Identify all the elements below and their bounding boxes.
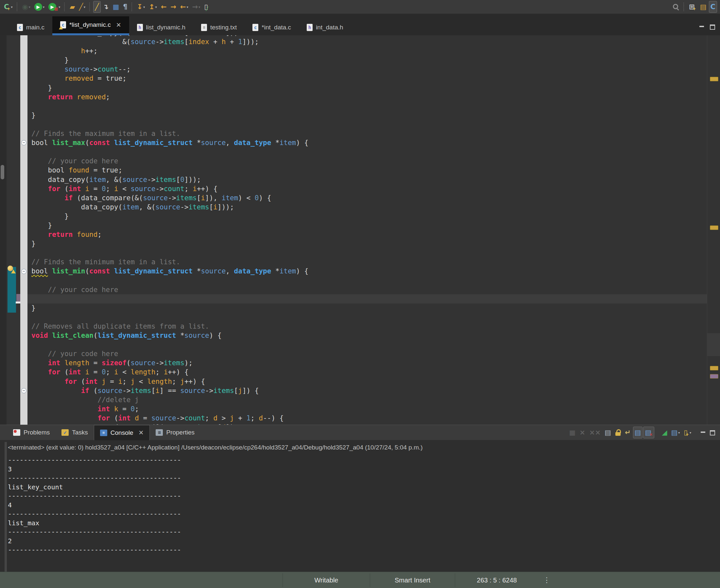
profile-icon[interactable]: ▶▦▾ — [47, 1, 62, 13]
maximize-console-icon[interactable] — [708, 427, 716, 438]
tab-label: main.c — [26, 24, 44, 31]
back-icon[interactable]: ←▾ — [179, 1, 190, 13]
dropdown-arrow-icon[interactable]: ▾ — [11, 5, 13, 9]
clear-console-icon[interactable]: ▤ — [603, 427, 613, 438]
debug-icon: ◉▾ — [21, 1, 32, 13]
console-output[interactable]: ----------------------------------------… — [8, 456, 711, 555]
display-selected-console-icon[interactable]: ▤▾ — [669, 427, 681, 438]
dropdown-arrow-icon[interactable]: ▾ — [84, 5, 85, 9]
code-line: return removed; — [32, 92, 707, 102]
pin-console-icon[interactable]: ◢ — [660, 427, 669, 438]
dropdown-arrow-icon[interactable]: ▾ — [59, 5, 60, 9]
overview-ruler[interactable] — [707, 35, 720, 425]
warning-lightbulb-icon[interactable] — [7, 265, 16, 273]
fold-collapse-icon[interactable]: − — [21, 140, 26, 145]
status-insert-mode[interactable]: Smart Insert — [370, 572, 455, 588]
console-output-line: 4 — [8, 501, 711, 510]
editor-area[interactable]: −−− data_copy(&(source->items[index + h]… — [0, 35, 720, 425]
profile-badge: ▦ — [54, 6, 58, 11]
code-line: int k = 0; — [32, 404, 707, 414]
close-console-tab-icon[interactable]: ✕ — [139, 429, 144, 436]
minimize-console-icon[interactable] — [699, 427, 707, 438]
tab-testing-txt[interactable]: ≡testing.txt — [193, 20, 245, 35]
annotation-ruler[interactable] — [6, 35, 20, 425]
tab-int-data-c[interactable]: c*int_data.c — [245, 20, 299, 35]
open-element-icon[interactable]: ▦ — [111, 1, 121, 13]
dropdown-arrow-icon[interactable]: ▾ — [143, 5, 145, 9]
code-line — [32, 248, 707, 257]
tab-list-dynamic-h[interactable]: hlist_dynamic.h — [129, 20, 193, 35]
forward-icon: →▾ — [191, 1, 202, 13]
tab-list-dynamic-c[interactable]: c*list_dynamic.c✕ — [52, 16, 129, 35]
new-c-project-icon[interactable]: C+▾ — [2, 1, 14, 13]
tab-label: *list_dynamic.c — [69, 21, 111, 28]
tab-int-data-h[interactable]: hint_data.h — [299, 20, 351, 35]
warning-marker[interactable] — [710, 77, 718, 81]
remove-all-terminated-icon: ×× — [587, 427, 602, 438]
console-output-line: list_max — [8, 519, 711, 528]
show-on-stdout-icon[interactable]: ▤ — [633, 427, 643, 438]
toolbar-separator — [17, 3, 18, 11]
status-drag-handle[interactable]: ⋮ — [539, 572, 551, 588]
console-tab-problems[interactable]: Problems — [7, 425, 56, 440]
run-icon[interactable]: ▶▾ — [33, 1, 46, 13]
code-line: bool list_min(const list_dynamic_struct … — [32, 267, 707, 276]
open-console-badge: + — [686, 432, 689, 437]
overview-scroll-thumb[interactable] — [707, 333, 720, 356]
code-line: } — [32, 221, 707, 230]
dropdown-arrow-icon[interactable]: ▾ — [198, 5, 200, 9]
dropdown-arrow-icon[interactable]: ▾ — [689, 431, 691, 435]
resource-perspective-icon[interactable]: ▤ — [698, 1, 708, 13]
last-edit-location-icon[interactable]: ↧▾ — [135, 1, 147, 13]
console-tab-console[interactable]: ≡Console✕ — [94, 425, 150, 440]
search-icon[interactable] — [671, 1, 681, 13]
open-task-icon[interactable]: ▰ — [68, 1, 77, 13]
fold-collapse-icon[interactable]: − — [21, 269, 26, 274]
code-line: for (int d = source->count; d > j + 1; d… — [32, 414, 707, 423]
maximize-editor-icon[interactable] — [709, 24, 715, 29]
open-element-glyph: ▦ — [113, 3, 119, 10]
fold-collapse-icon[interactable]: − — [21, 388, 26, 393]
open-perspective-icon[interactable]: ⊞+ — [687, 1, 698, 13]
folding-ruler[interactable]: −−− — [20, 35, 27, 425]
word-wrap-icon[interactable]: ↵ — [623, 427, 632, 438]
scroll-lock-icon[interactable] — [614, 427, 623, 438]
show-on-stderr-icon[interactable]: ▤× — [643, 427, 654, 438]
dropdown-arrow-icon[interactable]: ▾ — [43, 5, 44, 9]
new-text-file-icon[interactable]: ▯╱ — [202, 1, 210, 13]
editor-tab-bar: cmain.cc*list_dynamic.c✕hlist_dynamic.h≡… — [0, 14, 720, 35]
close-tab-icon[interactable]: ✕ — [116, 21, 121, 29]
dropdown-arrow-icon[interactable]: ▾ — [29, 5, 31, 9]
back-history-icon[interactable]: ← — [159, 1, 168, 13]
dropdown-arrow-icon[interactable]: ▾ — [678, 431, 680, 435]
status-cursor-position[interactable]: 263 : 5 : 6248 — [455, 572, 539, 588]
next-annotation-icon[interactable]: ↴ — [101, 1, 111, 13]
dropdown-arrow-icon[interactable]: ▾ — [187, 5, 188, 9]
t-file-icon: ≡ — [201, 24, 207, 31]
tab-main-c[interactable]: cmain.c — [9, 20, 52, 35]
code-line: void list_clean(list_dynamic_struct *sou… — [32, 331, 707, 340]
minimize-editor-icon[interactable] — [699, 24, 704, 29]
new-text-file-badge: ╱ — [206, 6, 208, 11]
code-line: source->count--; — [32, 65, 707, 74]
dropdown-arrow-icon[interactable]: ▾ — [155, 5, 157, 9]
warning-marker[interactable] — [710, 225, 718, 230]
forward-history-icon[interactable]: → — [169, 1, 178, 13]
console-tab-tasks[interactable]: ✓Tasks — [56, 425, 94, 440]
open-console-icon[interactable]: ▯+▾ — [682, 427, 693, 438]
mark-occurrences-icon[interactable]: ╱ — [93, 1, 101, 13]
c-file-icon: c — [253, 24, 258, 31]
show-whitespace-icon[interactable]: ¶ — [121, 1, 129, 13]
warning-marker[interactable] — [710, 366, 718, 371]
code-line: // your code here — [32, 285, 707, 294]
console-tab-label: Properties — [166, 429, 195, 436]
code-line: // Removes all duplicate items from a li… — [32, 322, 707, 331]
occurrence-marker[interactable] — [710, 374, 718, 379]
annotate-pen-icon[interactable]: ╱▾ — [77, 1, 87, 13]
code-viewport[interactable]: data_copy(&(source->items[index + h]), &… — [27, 35, 707, 425]
left-scroll-handle[interactable] — [1, 165, 4, 179]
go-to-last-edit-icon[interactable]: ↥▾ — [147, 1, 159, 13]
remove-launch-icon: × — [578, 427, 587, 438]
cpp-perspective-icon[interactable]: C — [709, 1, 717, 13]
console-tab-properties[interactable]: ≣Properties — [150, 425, 200, 440]
